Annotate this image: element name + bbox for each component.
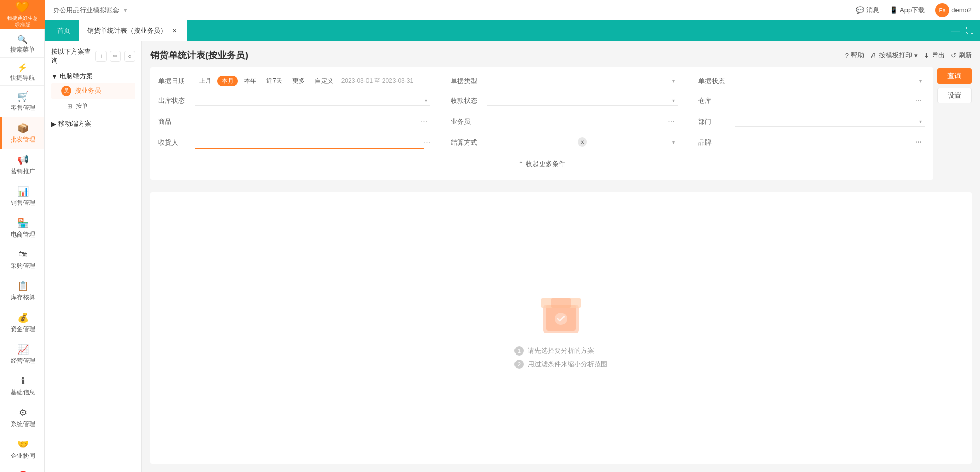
- print-dropdown-icon: ▾: [914, 52, 918, 59]
- doc-status-select[interactable]: ▾: [735, 76, 925, 86]
- basic-info-icon: ℹ: [21, 375, 25, 387]
- filter-date: 单据日期 上月 本月 本年 近7天 更多 自定义 20: [158, 76, 430, 86]
- date-tab-this-year[interactable]: 本年: [240, 76, 260, 86]
- edit-scheme-btn[interactable]: ✏: [110, 51, 121, 62]
- mobile-scheme-label: 移动端方案: [58, 119, 91, 128]
- help-btn[interactable]: ? 帮助: [845, 51, 864, 60]
- add-scheme-btn[interactable]: +: [95, 51, 107, 62]
- refresh-btn[interactable]: ↺ 刷新: [951, 51, 972, 60]
- sidebar-item-system[interactable]: ⚙ 系统管理: [0, 402, 44, 434]
- settlement-dropdown-icon: ▾: [672, 139, 675, 145]
- sidebar-item-wholesale[interactable]: 📦 批发管理: [0, 117, 44, 149]
- sidebar-search-label: 搜索菜单: [10, 45, 35, 54]
- collect-status-select[interactable]: ▾: [487, 96, 677, 106]
- warehouse-select[interactable]: ···: [735, 93, 925, 107]
- left-panel-header: 按以下方案查询 + ✏ «: [45, 47, 141, 69]
- salesperson-select[interactable]: ···: [487, 114, 677, 128]
- department-dropdown-icon: ▾: [919, 119, 922, 124]
- sidebar-item-operation[interactable]: 📈 经营管理: [0, 339, 44, 370]
- settings-button[interactable]: 设置: [937, 88, 972, 103]
- query-button[interactable]: 查询: [937, 68, 972, 84]
- sidebar-shortcut-item[interactable]: ⚡ 快捷导航: [0, 58, 44, 86]
- receiver-dots-icon[interactable]: ···: [424, 138, 430, 147]
- left-panel: 按以下方案查询 + ✏ « ▼ 电脑端方案: [45, 41, 142, 472]
- settlement-select[interactable]: ✕ ▾: [487, 135, 677, 149]
- date-tab-7days[interactable]: 近7天: [262, 76, 286, 86]
- sidebar-item-basic-info[interactable]: ℹ 基础信息: [0, 370, 44, 402]
- brand-dots-icon[interactable]: ···: [915, 137, 922, 147]
- user-avatar: Ea: [935, 3, 949, 17]
- sales-icon: 📊: [17, 186, 29, 197]
- sidebar-item-marketing[interactable]: 📢 营销推广: [0, 149, 44, 181]
- filter-row-2: 出库状态 ▾ 收款状态 ▾: [158, 93, 925, 107]
- doc-type-select[interactable]: ▾: [487, 76, 677, 86]
- sidebar-item-retail[interactable]: 🛒 零售管理: [0, 86, 44, 117]
- date-tab-last-month[interactable]: 上月: [195, 76, 215, 86]
- ecommerce-icon: 🏪: [17, 218, 29, 229]
- help-label: 帮助: [851, 51, 864, 60]
- sidebar-nav: 🛒 零售管理 📦 批发管理 📢 营销推广 📊 销售管理 🏪 电商管理 🛍 采购管…: [0, 86, 44, 472]
- product-dots-icon[interactable]: ···: [421, 116, 427, 126]
- receiver-input[interactable]: [195, 136, 424, 149]
- print-btn[interactable]: 🖨 按模板打印 ▾: [870, 51, 918, 60]
- mobile-scheme-title[interactable]: ▶ 移动端方案: [51, 117, 135, 130]
- collapse-filters-btn[interactable]: ⌃ 收起更多条件: [508, 156, 576, 172]
- out-status-label: 出库状态: [158, 96, 195, 105]
- salesperson-dots-icon[interactable]: ···: [668, 116, 674, 126]
- finance-icon: 💰: [17, 312, 29, 323]
- date-tab-custom[interactable]: 自定义: [311, 76, 337, 86]
- filter-out-status: 出库状态 ▾: [158, 96, 430, 106]
- settlement-clear-btn[interactable]: ✕: [578, 137, 587, 147]
- message-btn[interactable]: 💬 消息: [856, 6, 879, 15]
- user-profile[interactable]: Ea demo2: [935, 3, 972, 17]
- tab-home[interactable]: 首页: [49, 20, 79, 41]
- brand-label: 品牌: [698, 138, 735, 147]
- tab-maximize-btn[interactable]: ⛶: [964, 24, 976, 37]
- app-download-icon: 📱: [890, 6, 898, 14]
- page-actions: ? 帮助 🖨 按模板打印 ▾ ⬇ 导出 ↺ 刷新: [845, 51, 972, 60]
- tab-sales-stat[interactable]: 销货单统计表（按业务员） ✕: [79, 20, 187, 41]
- export-btn[interactable]: ⬇ 导出: [924, 51, 945, 60]
- sidebar-item-label: 营销推广: [11, 167, 35, 176]
- tab-close-icon[interactable]: ✕: [170, 27, 178, 35]
- purchase-icon: 🛍: [18, 249, 28, 260]
- sidebar-item-inventory[interactable]: 📋 库存核算: [0, 275, 44, 307]
- marketing-icon: 📢: [17, 154, 29, 166]
- sidebar-item-label: 销售管理: [11, 199, 35, 207]
- desktop-scheme-title[interactable]: ▼ 电脑端方案: [51, 69, 135, 83]
- tab-minimize-btn[interactable]: —: [949, 24, 962, 37]
- sidebar-logo[interactable]: 🧡 畅捷通好生意 标准版: [0, 0, 45, 29]
- collect-status-label: 收款状态: [451, 96, 487, 105]
- sidebar-item-guide[interactable]: 🎯 新手引导: [0, 465, 44, 472]
- message-label: 消息: [866, 6, 879, 15]
- department-select[interactable]: ▾: [735, 116, 925, 127]
- sidebar-item-sales[interactable]: 📊 销售管理: [0, 181, 44, 213]
- sidebar-item-enterprise[interactable]: 🤝 企业协同: [0, 434, 44, 465]
- date-tab-more[interactable]: 更多: [288, 76, 309, 86]
- print-icon: 🖨: [870, 52, 877, 59]
- brand-select[interactable]: ···: [735, 135, 925, 149]
- sidebar-item-finance[interactable]: 💰 资金管理: [0, 307, 44, 339]
- product-select[interactable]: ···: [195, 114, 430, 128]
- empty-illustration: [535, 287, 586, 338]
- app-download-btn[interactable]: 📱 App下载: [890, 6, 925, 15]
- topbar: 办公用品行业模拟账套 ▾ 💬 消息 📱 App下载 Ea demo2: [45, 0, 980, 20]
- breadcrumb-dropdown-icon[interactable]: ▾: [124, 6, 127, 14]
- sidebar-item-purchase[interactable]: 🛍 采购管理: [0, 244, 44, 275]
- sidebar-item-ecommerce[interactable]: 🏪 电商管理: [0, 213, 44, 244]
- out-status-select[interactable]: ▾: [195, 96, 430, 106]
- inventory-icon: 📋: [17, 280, 29, 292]
- scheme-item-salesperson[interactable]: 员 按业务员: [51, 83, 135, 99]
- app-download-label: App下载: [900, 6, 925, 15]
- scheme-item-by-order[interactable]: ⊞ 按单: [51, 99, 135, 113]
- tab-sales-stat-label: 销货单统计表（按业务员）: [87, 26, 167, 35]
- collapse-panel-btn[interactable]: «: [124, 51, 135, 62]
- date-tab-this-month[interactable]: 本月: [217, 76, 238, 86]
- collapse-label: 收起更多条件: [526, 159, 566, 169]
- filter-doc-type: 单据类型 ▾: [451, 76, 677, 86]
- sidebar-search-item[interactable]: 🔍 搜索菜单: [0, 29, 44, 58]
- warehouse-dots-icon[interactable]: ···: [915, 96, 922, 105]
- doc-status-label: 单据状态: [698, 77, 735, 86]
- refresh-label: 刷新: [959, 51, 972, 60]
- desktop-arrow-icon: ▼: [51, 73, 58, 80]
